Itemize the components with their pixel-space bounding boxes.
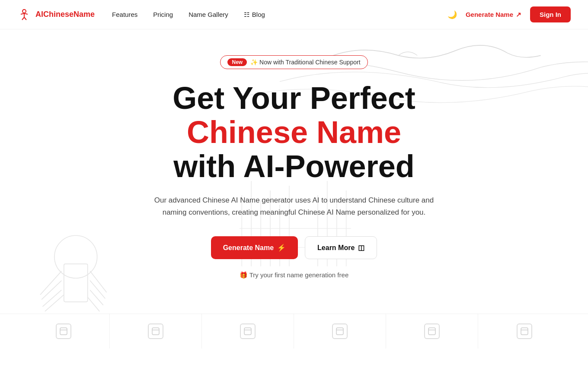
- logo-strip-item: [294, 314, 386, 349]
- nav-features-link[interactable]: Features: [112, 11, 137, 18]
- partner-logo-1: [56, 323, 71, 339]
- partner-logo-5: [424, 323, 440, 339]
- svg-rect-32: [244, 328, 251, 335]
- learn-btn-label: Learn More: [317, 244, 355, 252]
- svg-rect-30: [152, 328, 159, 335]
- hero-section: New ✨ Now with Traditional Chinese Suppo…: [0, 29, 588, 314]
- hero-subtitle: Our advanced Chinese AI Name generator u…: [147, 194, 441, 219]
- svg-line-4: [22, 17, 24, 20]
- svg-line-5: [24, 17, 26, 20]
- lightning-icon: ⚡: [277, 244, 286, 252]
- svg-line-25: [90, 281, 105, 299]
- nav-links: Features Pricing Name Gallery ☷ Blog: [112, 11, 265, 19]
- logo-strip-item: [18, 314, 110, 349]
- logo-strip-item: [386, 314, 478, 349]
- svg-point-0: [22, 10, 26, 13]
- logo-strip-item: [202, 314, 294, 349]
- book-icon: ◫: [358, 244, 364, 252]
- svg-line-23: [45, 295, 64, 311]
- nav-blog-link[interactable]: ☷ Blog: [244, 11, 265, 19]
- navbar: AIChineseName Features Pricing Name Gall…: [0, 0, 588, 29]
- announcement-badge: New ✨ Now with Traditional Chinese Suppo…: [220, 55, 368, 69]
- svg-rect-34: [336, 328, 343, 335]
- dark-mode-toggle[interactable]: 🌙: [447, 10, 457, 19]
- partner-logo-3: [240, 323, 256, 339]
- svg-rect-28: [60, 328, 67, 335]
- badge-new-label: New: [227, 58, 247, 66]
- svg-line-22: [42, 290, 61, 306]
- hero-free-note: 🎁 Try your first name generation free: [9, 271, 579, 279]
- svg-line-2: [21, 13, 24, 14]
- svg-rect-36: [428, 328, 435, 335]
- hero-content: New ✨ Now with Traditional Chinese Suppo…: [9, 55, 579, 279]
- logo-strip-item: [478, 314, 570, 349]
- logo-strip: [0, 314, 588, 349]
- svg-line-3: [24, 13, 28, 14]
- generate-btn-label: Generate Name: [223, 244, 274, 252]
- logo-text: AIChineseName: [35, 10, 95, 19]
- nav-gallery-link[interactable]: Name Gallery: [189, 11, 228, 18]
- generate-name-link[interactable]: Generate Name ↗: [466, 11, 521, 19]
- logo-strip-item: [110, 314, 202, 349]
- hero-buttons: Generate Name ⚡ Learn More ◫: [9, 236, 579, 259]
- logo-link[interactable]: AIChineseName: [17, 8, 95, 22]
- arrow-icon: ↗: [516, 11, 521, 19]
- learn-more-button[interactable]: Learn More ◫: [305, 236, 377, 259]
- badge-description: ✨ Now with Traditional Chinese Support: [250, 59, 360, 66]
- hero-title: Get Your Perfect Chinese Name with AI-Po…: [9, 81, 579, 184]
- generate-name-button[interactable]: Generate Name ⚡: [211, 236, 298, 259]
- nav-pricing-link[interactable]: Pricing: [153, 11, 173, 18]
- signin-button[interactable]: Sign In: [530, 6, 571, 22]
- partner-logo-6: [517, 323, 532, 339]
- nav-right: 🌙 Generate Name ↗ Sign In: [447, 6, 571, 22]
- hero-title-line1: Get Your Perfect: [173, 81, 415, 115]
- hero-title-line2: Chinese Name: [187, 115, 401, 149]
- svg-rect-38: [521, 328, 528, 335]
- hero-title-line3: with AI-Powered: [173, 149, 414, 184]
- blog-icon: ☷: [244, 11, 249, 19]
- partner-logo-4: [332, 323, 348, 339]
- why-section: Why Choose Our Chinese: [0, 349, 588, 371]
- logo-icon: [17, 8, 31, 22]
- partner-logo-2: [148, 323, 163, 339]
